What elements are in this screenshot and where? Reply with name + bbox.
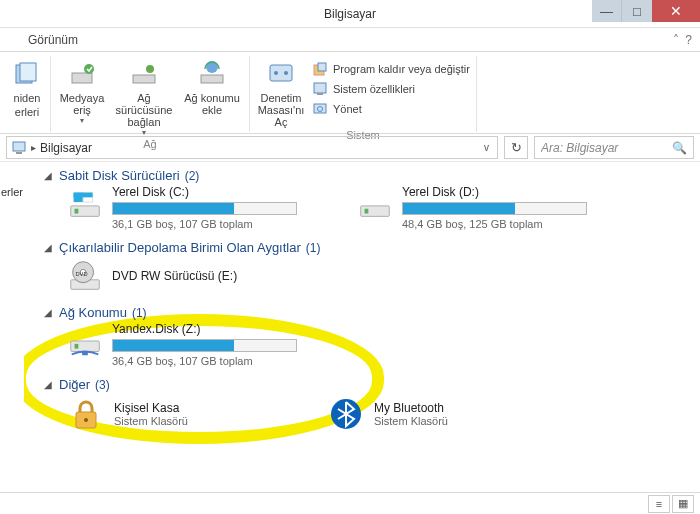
ribbon-system-list: Program kaldır veya değiştir Sistem özel… — [312, 58, 470, 128]
breadcrumb[interactable]: ▸ Bilgisayar v — [6, 136, 498, 159]
category-other: ◢ Diğer (3) Kişisel Kasa Sistem Klasörü — [44, 377, 692, 434]
refresh-button[interactable]: ↻ — [504, 136, 528, 159]
category-header-removable[interactable]: ◢ Çıkarılabilir Depolama Birimi Olan Ayg… — [44, 240, 692, 255]
chevron-up-icon[interactable]: ˄ — [673, 33, 679, 47]
svg-rect-4 — [133, 75, 155, 83]
svg-rect-25 — [365, 209, 369, 214]
ribbon-item-left[interactable]: niden erleri — [10, 58, 44, 118]
media-icon — [66, 58, 98, 90]
ribbon-collapse: ˄ ? — [673, 33, 692, 47]
ribbon-left-label1: niden — [14, 92, 41, 104]
breadcrumb-location: Bilgisayar — [40, 141, 92, 155]
ribbon-network-drives[interactable]: Ağ sürücüsüne bağlan ▾ — [113, 58, 175, 137]
category-hdd: ◢ Sabit Disk Sürücüleri (2) Yerel Disk (… — [44, 168, 692, 236]
ribbon-control-panel[interactable]: Denetim Masası'nı Aç — [256, 58, 306, 128]
sys-props-icon — [312, 81, 328, 97]
svg-rect-31 — [75, 344, 79, 349]
tab-view[interactable]: Görünüm — [18, 30, 88, 50]
ribbon-sys-props[interactable]: Sistem özellikleri — [312, 80, 470, 98]
svg-rect-6 — [201, 75, 223, 83]
uninstall-icon — [312, 61, 328, 77]
properties-icon — [11, 58, 43, 90]
ribbon-group-left: niden erleri — [4, 56, 51, 132]
svg-point-9 — [274, 71, 278, 75]
breadcrumb-sep-icon: ▸ — [31, 142, 36, 153]
folder-vault[interactable]: Kişisel Kasa Sistem Klasörü — [66, 394, 326, 434]
collapse-arrow-icon: ◢ — [44, 242, 54, 253]
drive-c[interactable]: Yerel Disk (C:) 36,1 GB boş, 107 GB topl… — [66, 185, 356, 230]
address-bar: ▸ Bilgisayar v ↻ 🔍 — [0, 134, 700, 162]
breadcrumb-dropdown-icon[interactable]: v — [480, 142, 493, 153]
svg-text:DVD: DVD — [76, 271, 88, 277]
status-bar: ≡ ▦ — [0, 492, 700, 514]
storage-bar — [112, 339, 297, 352]
add-location-icon — [196, 58, 228, 90]
window-title: Bilgisayar — [324, 7, 376, 21]
svg-rect-2 — [72, 73, 92, 83]
network-drive-icon — [66, 322, 104, 360]
maximize-button[interactable]: □ — [622, 0, 652, 22]
storage-bar — [112, 202, 297, 215]
close-button[interactable]: ✕ — [652, 0, 700, 22]
collapse-arrow-icon: ◢ — [44, 307, 54, 318]
ribbon-manage[interactable]: Yönet — [312, 100, 470, 118]
ribbon: niden erleri Medyaya eriş ▾ Ağ sürücüsün… — [0, 52, 700, 134]
svg-rect-20 — [75, 209, 79, 214]
category-header-network[interactable]: ◢ Ağ Konumu (1) — [44, 305, 692, 320]
hdd-icon — [356, 185, 394, 223]
category-header-hdd[interactable]: ◢ Sabit Disk Sürücüleri (2) — [44, 168, 692, 183]
view-icons-button[interactable]: ▦ — [672, 495, 694, 513]
help-icon[interactable]: ? — [685, 33, 692, 47]
svg-rect-14 — [317, 93, 323, 95]
storage-bar — [402, 202, 587, 215]
ribbon-media-access[interactable]: Medyaya eriş ▾ — [57, 58, 107, 137]
navigation-pane[interactable]: erler — [0, 162, 24, 492]
computer-icon — [11, 140, 27, 156]
ribbon-uninstall[interactable]: Program kaldır veya değiştir — [312, 60, 470, 78]
svg-point-5 — [146, 65, 154, 73]
ribbon-left-label2: erleri — [15, 106, 39, 118]
svg-rect-32 — [82, 351, 88, 355]
main-pane: ◢ Sabit Disk Sürücüleri (2) Yerel Disk (… — [24, 162, 700, 492]
control-panel-icon — [265, 58, 297, 90]
window-controls: — □ ✕ — [592, 0, 700, 22]
content-area: erler ◢ Sabit Disk Sürücüleri (2) Yerel … — [0, 162, 700, 492]
svg-rect-1 — [20, 63, 36, 81]
ribbon-group-system: Denetim Masası'nı Aç Program kaldır veya… — [250, 56, 477, 132]
category-header-other[interactable]: ◢ Diğer (3) — [44, 377, 692, 392]
ribbon-group-network: Medyaya eriş ▾ Ağ sürücüsüne bağlan ▾ Ağ… — [51, 56, 250, 132]
minimize-button[interactable]: — — [592, 0, 622, 22]
collapse-arrow-icon: ◢ — [44, 379, 54, 390]
svg-point-3 — [84, 64, 94, 74]
lock-icon — [66, 394, 106, 434]
svg-rect-12 — [318, 63, 326, 71]
drive-dvd[interactable]: DVD DVD RW Sürücüsü (E:) — [66, 257, 356, 295]
ribbon-tabs: Görünüm ˄ ? — [0, 28, 700, 52]
svg-rect-8 — [270, 65, 292, 81]
svg-rect-17 — [13, 142, 25, 151]
svg-point-10 — [284, 71, 288, 75]
svg-point-34 — [84, 418, 88, 422]
manage-icon — [312, 101, 328, 117]
drive-d[interactable]: Yerel Disk (D:) 48,4 GB boş, 125 GB topl… — [356, 185, 646, 230]
svg-rect-23 — [74, 193, 93, 198]
hdd-icon — [66, 185, 104, 223]
view-details-button[interactable]: ≡ — [648, 495, 670, 513]
bluetooth-icon — [326, 394, 366, 434]
category-network: ◢ Ağ Konumu (1) Yandex.Disk (Z:) 36,4 GB… — [44, 305, 692, 373]
svg-rect-13 — [314, 83, 326, 93]
drive-z[interactable]: Yandex.Disk (Z:) 36,4 GB boş, 107 GB top… — [66, 322, 356, 367]
search-input[interactable] — [541, 141, 687, 155]
collapse-arrow-icon: ◢ — [44, 170, 54, 181]
network-drive-icon — [128, 58, 160, 90]
folder-bluetooth[interactable]: My Bluetooth Sistem Klasörü — [326, 394, 586, 434]
category-removable: ◢ Çıkarılabilir Depolama Birimi Olan Ayg… — [44, 240, 692, 301]
titlebar: Bilgisayar — □ ✕ — [0, 0, 700, 28]
search-icon: 🔍 — [672, 141, 687, 155]
ribbon-add-location[interactable]: Ağ konumu ekle — [181, 58, 243, 137]
dvd-drive-icon: DVD — [66, 257, 104, 295]
search-box[interactable]: 🔍 — [534, 136, 694, 159]
svg-rect-18 — [16, 152, 22, 154]
